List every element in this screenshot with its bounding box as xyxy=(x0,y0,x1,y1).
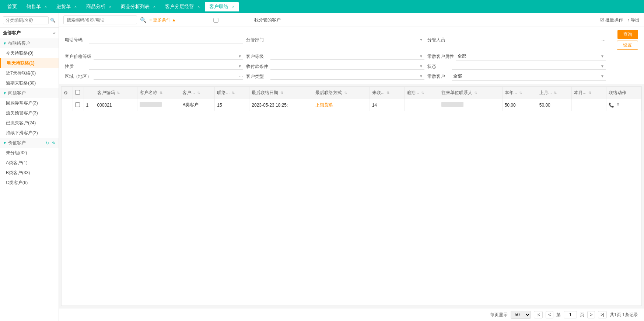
sidebar-item-repurchase-abnormal[interactable]: 回购异常客户(2) xyxy=(0,98,59,108)
filter-payment-label: 收付款条件 xyxy=(246,63,268,70)
manager-dots-btn[interactable]: ··· xyxy=(601,37,606,43)
filter-scatter-attr: 零散客户属性 全部 ▼ xyxy=(427,52,606,61)
nav-purchase[interactable]: 进货单 × xyxy=(52,2,81,11)
overdue-sort-icon[interactable]: ⇅ xyxy=(421,91,424,95)
column-settings-icon[interactable]: ⚙ xyxy=(64,90,68,96)
row-contact-method-link[interactable]: 下销货单 xyxy=(315,102,333,107)
close-product-list-tab[interactable]: × xyxy=(153,4,155,9)
row-action-more-icon[interactable]: ⠿ xyxy=(616,103,620,108)
row-contacts: 15 xyxy=(215,99,249,111)
filter-scatter: 零散客户 全部 ▼ xyxy=(427,72,606,81)
close-sales-tab[interactable]: × xyxy=(45,4,47,9)
customer-tier-chevron-icon: ▼ xyxy=(419,54,423,58)
nav-customer-contact[interactable]: 客户联络 × xyxy=(205,2,239,11)
close-customer-tier-tab[interactable]: × xyxy=(197,4,200,9)
sidebar-group-value: ▼ 价值客户 ↻ ✎ xyxy=(0,138,59,148)
last-date-sort-icon[interactable]: ⇅ xyxy=(280,91,283,95)
nav-product-analysis[interactable]: 商品分析 × xyxy=(82,2,116,11)
sidebar-search-input[interactable] xyxy=(3,16,49,24)
my-customers-checkbox[interactable] xyxy=(179,18,253,23)
sidebar-item-overdue[interactable]: 逾期末联络(30) xyxy=(0,78,59,88)
filter-price-tier-label: 客户价格等级 xyxy=(65,54,91,60)
type-sort-icon[interactable]: ⇅ xyxy=(197,91,200,95)
filter-customer-tier-select[interactable]: ▼ xyxy=(270,53,424,60)
filter-actions: 查询 设置 xyxy=(609,30,638,50)
sidebar-item-declining[interactable]: 持续下滑客户(2) xyxy=(0,128,59,138)
more-conditions-btn[interactable]: ≡ 更多条件 ▲ xyxy=(149,17,176,23)
main-search-icon[interactable]: 🔍 xyxy=(140,17,146,23)
last-page-btn[interactable]: >| xyxy=(598,311,607,318)
th-partner-contact: 往来单位联系人 ⇅ xyxy=(439,87,502,99)
uncontacted-sort-icon[interactable]: ⇅ xyxy=(386,91,389,95)
name-sort-icon[interactable]: ⇅ xyxy=(160,91,162,95)
last-method-sort-icon[interactable]: ⇅ xyxy=(344,91,347,95)
sidebar-item-class-a[interactable]: A类客户(1) xyxy=(0,158,59,168)
th-last-month: 上月... ⇅ xyxy=(537,87,571,99)
filter-region: 区域（地区） ··· xyxy=(65,73,243,80)
export-btn[interactable]: ↑ 导出 xyxy=(627,17,640,23)
code-sort-icon[interactable]: ⇅ xyxy=(117,91,120,95)
sidebar-item-tomorrow[interactable]: 明天待联络(1) xyxy=(0,58,59,68)
filter-scatter-select[interactable]: 全部 ▼ xyxy=(452,72,606,81)
main-search-input[interactable] xyxy=(63,15,137,24)
row-action-phone-icon[interactable]: 📞 xyxy=(609,103,614,108)
sidebar-collapse-icon[interactable]: « xyxy=(53,31,56,36)
nav-home[interactable]: 首页 xyxy=(3,2,21,11)
filter-price-tier-select[interactable]: ▼ xyxy=(94,53,243,60)
row-select-checkbox[interactable] xyxy=(75,102,80,107)
table-header-row: ⚙ 客户编码 ⇅ 客户名称 ⇅ xyxy=(62,87,641,99)
nav-sales[interactable]: 销售单 × xyxy=(22,2,51,11)
close-purchase-tab[interactable]: × xyxy=(74,4,77,9)
query-button[interactable]: 查询 xyxy=(617,30,638,39)
filter-nature-select[interactable]: ▼ xyxy=(89,63,243,70)
this-year-sort-icon[interactable]: ⇅ xyxy=(519,91,522,95)
sidebar-search-icon[interactable]: 🔍 xyxy=(50,18,56,23)
filter-phone-input[interactable] xyxy=(89,36,243,44)
contacts-sort-icon[interactable]: ⇅ xyxy=(232,91,235,95)
sidebar-item-today[interactable]: 今天待联络(0) xyxy=(0,48,59,58)
filter-customer-tier-label: 客户等级 xyxy=(246,54,268,60)
scatter-attr-chevron-icon: ▼ xyxy=(601,54,604,58)
last-month-sort-icon[interactable]: ⇅ xyxy=(554,91,557,95)
nav-customer-tier[interactable]: 客户分层经营 × xyxy=(161,2,204,11)
filter-customer-tier: 客户等级 ▼ xyxy=(246,53,424,60)
th-contacts: 联络... ⇅ xyxy=(215,87,249,99)
value-edit-icon[interactable]: ✎ xyxy=(52,141,56,146)
my-customers-checkbox-label[interactable]: 我分管的客户 xyxy=(179,17,281,23)
sidebar-item-class-c[interactable]: C类客户(6) xyxy=(0,178,59,188)
sidebar-item-lost-risk[interactable]: 流失预警客户(3) xyxy=(0,108,59,118)
sidebar-item-7days[interactable]: 近7天待联络(0) xyxy=(0,68,59,78)
filter-scatter-attr-select[interactable]: 全部 ▼ xyxy=(456,52,606,61)
prev-page-btn[interactable]: < xyxy=(546,311,553,318)
page-number-input[interactable] xyxy=(564,311,577,318)
sidebar-item-ungrouped[interactable]: 未分组(32) xyxy=(0,148,59,158)
filter-dept-select[interactable]: ▼ xyxy=(270,37,424,43)
value-refresh-icon[interactable]: ↻ xyxy=(45,141,49,146)
filter-payment-select[interactable]: ▼ xyxy=(270,63,424,70)
filter-row-3: 性质 ▼ 收付款条件 ▼ 状态 xyxy=(65,63,638,70)
sidebar-all-customers[interactable]: 全部客户 « xyxy=(0,28,59,38)
nav-product-list[interactable]: 商品分析列表 × xyxy=(116,2,160,11)
close-product-analysis-tab[interactable]: × xyxy=(109,4,111,9)
filter-status-select[interactable]: ▼ xyxy=(452,63,606,70)
filter-panel: 电话号码 分管部门 ▼ 分管人员 ··· 查询 xyxy=(59,27,644,84)
th-overdue: 逾期... ⇅ xyxy=(404,87,439,99)
batch-operation-btn[interactable]: ☑ 批量操作 xyxy=(600,17,623,23)
total-info: 共1页 1条记录 xyxy=(610,312,638,318)
select-all-checkbox[interactable] xyxy=(75,90,80,95)
th-type: 客户... ⇅ xyxy=(180,87,215,99)
next-page-btn[interactable]: > xyxy=(587,311,595,318)
filter-scatter-label: 零散客户 xyxy=(427,73,449,80)
sidebar-item-class-b[interactable]: B类客户(33) xyxy=(0,168,59,178)
per-page-select[interactable]: 50 100 200 xyxy=(511,311,531,319)
filter-customer-type-select[interactable]: ▼ xyxy=(270,73,424,80)
filter-manager: 分管人员 ··· xyxy=(427,37,606,43)
close-customer-contact-tab[interactable]: × xyxy=(232,4,234,9)
sidebar-item-lost[interactable]: 已流失客户(24) xyxy=(0,118,59,128)
reset-button[interactable]: 设置 xyxy=(617,41,638,50)
first-page-btn[interactable]: |< xyxy=(534,311,543,318)
partner-sort-icon[interactable]: ⇅ xyxy=(474,91,477,95)
row-last-contact-method[interactable]: 下销货单 xyxy=(313,99,370,111)
region-dots-btn[interactable]: ··· xyxy=(239,73,243,79)
this-month-sort-icon[interactable]: ⇅ xyxy=(588,91,591,95)
